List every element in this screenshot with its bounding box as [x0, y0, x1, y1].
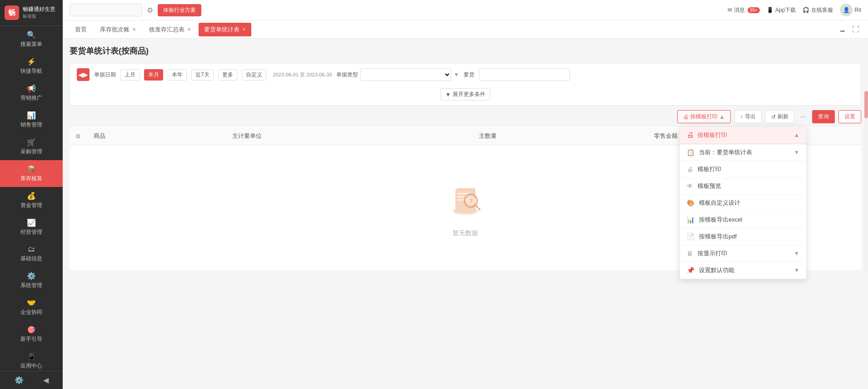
order-type-select[interactable]: [360, 68, 451, 81]
action-bar: 🖨 按模板打印 ▲ ↑ 导出 ↺ 刷新 ··· 查询 设置 🖨 按模板打印: [70, 110, 861, 123]
dropdown-export-pdf[interactable]: 📄 按模板导出pdf: [680, 228, 806, 245]
search-input[interactable]: [70, 4, 142, 16]
date-btn-more[interactable]: 更多: [218, 69, 237, 81]
tab-bar: 首页 库存批次账 ✕ 收发存汇总表 ✕ 要货单统计表 ✕ 🗕 ⛶: [63, 20, 868, 39]
messages-label: 消息: [734, 6, 745, 14]
sidebar-item-appstore[interactable]: 📱 应用中心: [0, 348, 63, 371]
printer-icon: 🖨: [687, 131, 694, 139]
tab-receipts[interactable]: 收发存汇总表 ✕: [144, 23, 196, 36]
experience-btn[interactable]: 体验行业方案: [158, 4, 201, 16]
pdf-icon: 📄: [687, 233, 694, 240]
dropdown-template-preview[interactable]: 👁 模板预览: [680, 178, 806, 195]
dropdown-display-print[interactable]: 🖥 按显示打印 ▼: [680, 245, 806, 262]
goods-filter-label: 要货: [464, 71, 474, 79]
finance-icon: 💰: [27, 192, 36, 200]
sidebar-item-label: 新手引导: [20, 335, 42, 343]
app-edition: 标准版: [23, 13, 55, 20]
phone-icon: 📱: [767, 7, 773, 13]
print-btn-label: 按模板打印: [690, 113, 718, 121]
sidebar-item-purchase[interactable]: 🛒 采购管理: [0, 133, 63, 160]
excel-icon: 📊: [687, 216, 694, 223]
date-btn-7days[interactable]: 近7天: [191, 69, 214, 81]
tab-batch[interactable]: 库存批次账 ✕: [95, 23, 141, 36]
sidebar-item-collab[interactable]: 🤝 企业协同: [0, 294, 63, 321]
shortcut-icon: ⚡: [27, 57, 36, 66]
sidebar-nav: 🔍 搜索菜单 ⚡ 快捷导航 📢 营销推广 📊 销售管理 🛒 采购管理 📦 库存核…: [0, 26, 63, 371]
template-preview-label: 模板预览: [698, 182, 721, 190]
app-download-btn[interactable]: 📱 App下载: [767, 6, 796, 14]
sidebar-item-label: 搜索菜单: [20, 40, 42, 48]
dropdown-current-template[interactable]: 📋 当前：要货单统计表 ▼: [680, 144, 806, 161]
sidebar-item-sales[interactable]: 📊 销售管理: [0, 106, 63, 133]
display-print-label: 按显示打印: [698, 249, 727, 258]
maximize-btn[interactable]: ⛶: [850, 25, 861, 34]
dropdown-template-design[interactable]: 🎨 模板自定义设计: [680, 195, 806, 212]
topbar-gear-icon[interactable]: ⚙: [147, 6, 153, 15]
goods-filter-input[interactable]: [479, 68, 570, 81]
dropdown-template-print[interactable]: 🖨 模板打印: [680, 161, 806, 178]
current-template-label: 当前：要货单统计表: [699, 148, 752, 157]
user-profile-btn[interactable]: 👤 Rit: [840, 4, 861, 16]
sidebar-item-label: 经营管理: [20, 228, 42, 236]
table-header-quantity: 主数量: [474, 127, 649, 145]
tab-receipts-close[interactable]: ✕: [187, 27, 191, 32]
more-options-btn[interactable]: ···: [798, 113, 808, 121]
page-title: 要货单统计表(按商品): [70, 45, 861, 56]
sidebar-item-label: 基础信息: [20, 255, 42, 263]
svg-line-8: [475, 205, 480, 210]
display-print-chevron: ▼: [794, 250, 799, 257]
sidebar-item-shortcut[interactable]: ⚡ 快捷导航: [0, 53, 63, 80]
sidebar-item-inventory[interactable]: 📦 库存核算: [0, 160, 63, 187]
tab-requisition-close[interactable]: ✕: [242, 27, 246, 32]
refresh-btn[interactable]: ↺ 刷新: [765, 110, 794, 123]
dropdown-set-default[interactable]: 📌 设置默认功能 ▼: [680, 262, 806, 279]
messages-btn[interactable]: ✉ 消息 99+: [728, 6, 760, 14]
export-btn[interactable]: ↑ 导出: [734, 110, 762, 123]
dropdown-close-chevron[interactable]: ▲: [794, 132, 799, 138]
sidebar-item-label: 库存核算: [20, 175, 42, 182]
collapse-sidebar-btn[interactable]: ◀: [43, 376, 49, 384]
sidebar-item-marketing[interactable]: 📢 营销推广: [0, 80, 63, 106]
query-btn[interactable]: 查询: [812, 110, 835, 123]
date-btn-custom[interactable]: 自定义: [242, 69, 266, 81]
content-area: 要货单统计表(按商品) ◀▶ 单据日期 上月 本月 本年 近7天 更多 自定义 …: [63, 39, 868, 389]
tab-home[interactable]: 首页: [70, 23, 92, 36]
sidebar-item-system[interactable]: ⚙️ 系统管理: [0, 267, 63, 294]
dropdown-header[interactable]: 🖨 按模板打印 ▲: [680, 126, 806, 144]
print-icon: 🖨: [683, 114, 688, 120]
vertical-scrollbar[interactable]: [864, 91, 868, 273]
filter-bar: ◀▶ 单据日期 上月 本月 本年 近7天 更多 自定义 2023-06-01 至…: [70, 63, 861, 106]
date-btn-current-year[interactable]: 本年: [168, 69, 187, 81]
goods-col-label: 商品: [94, 132, 105, 139]
tab-requisition[interactable]: 要货单统计表 ✕: [199, 23, 251, 36]
scrollbar-thumb[interactable]: [864, 91, 868, 118]
online-service-btn[interactable]: 🎧 在线客服: [803, 6, 833, 14]
dropdown-export-excel[interactable]: 📊 按模板导出excel: [680, 212, 806, 228]
settings-btn[interactable]: 设置: [838, 110, 861, 123]
filter-expand-btn[interactable]: ◀▶: [77, 68, 90, 81]
sidebar-item-search[interactable]: 🔍 搜索菜单: [0, 26, 63, 53]
table-gear-icon[interactable]: ⚙: [75, 133, 81, 140]
sidebar-item-basic[interactable]: 🗂 基础信息: [0, 241, 63, 267]
system-icon: ⚙️: [27, 272, 36, 280]
date-btn-current-month[interactable]: 本月: [144, 69, 163, 81]
sidebar-item-guide[interactable]: 🎯 新手引导: [0, 321, 63, 348]
message-icon: ✉: [728, 7, 732, 13]
expand-more-label: 展开更多条件: [453, 91, 485, 98]
sidebar-item-label: 销售管理: [20, 121, 42, 129]
appstore-icon: 📱: [27, 352, 36, 361]
minimize-btn[interactable]: 🗕: [837, 25, 848, 34]
export-excel-label: 按模板导出excel: [699, 216, 742, 224]
sidebar-item-label: 企业协同: [20, 308, 42, 316]
current-chevron: ▼: [794, 149, 799, 156]
sidebar-item-finance[interactable]: 💰 资金管理: [0, 187, 63, 214]
expand-more-btn[interactable]: ▼ 展开更多条件: [440, 88, 490, 101]
order-type-filter: 单据类型 ▼: [336, 68, 459, 81]
print-btn[interactable]: 🖨 按模板打印 ▲: [677, 110, 731, 123]
date-btn-last-month[interactable]: 上月: [120, 69, 140, 81]
topbar-left: ⚙ 体验行业方案: [70, 4, 201, 16]
user-name: Rit: [854, 7, 861, 13]
sidebar-item-operation[interactable]: 📈 经营管理: [0, 214, 63, 241]
tab-batch-close[interactable]: ✕: [132, 27, 136, 32]
settings-footer-btn[interactable]: ⚙️: [15, 376, 24, 384]
